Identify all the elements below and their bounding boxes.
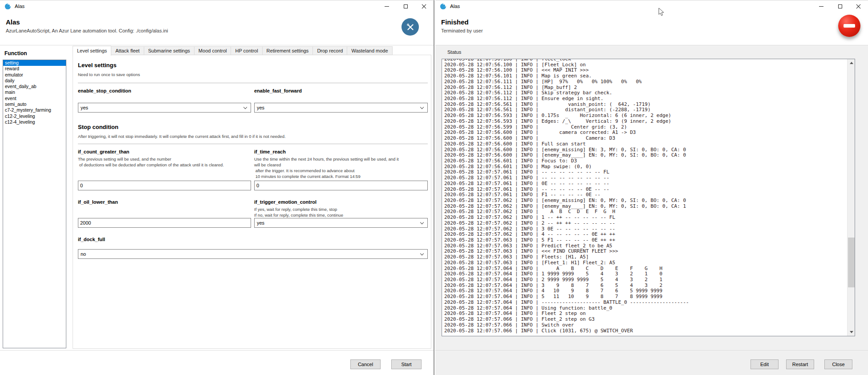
window-title: Alas — [450, 4, 460, 9]
minimize-icon — [385, 6, 389, 7]
status-label: Status — [447, 49, 461, 55]
scrollbar-thumb[interactable] — [848, 238, 855, 287]
function-list-item[interactable]: event — [3, 96, 66, 101]
if-dock-full-label: if_dock_full — [78, 237, 251, 242]
close-icon — [856, 4, 861, 9]
if-count-greater-than-input[interactable] — [78, 181, 251, 190]
maximize-button[interactable] — [831, 0, 849, 12]
if-count-greater-than-label: if_count_greater_than — [78, 149, 251, 154]
alas-config-window: Alas Alas AzurLaneAutoScript, An Azur La… — [0, 0, 434, 375]
log-line: 2020-05-28 12:07:56.101 | INFO | Map is … — [444, 73, 847, 79]
footer-divider — [435, 350, 868, 351]
if-oil-lower-than-input[interactable] — [78, 218, 251, 228]
log-line: 2020-05-28 12:07:57.061 | INFO | 0E -- -… — [444, 181, 847, 187]
status-body: Status 2020-05-28 12:07:56.100 | INFO | … — [435, 45, 868, 375]
function-list-item[interactable]: emulator — [3, 72, 66, 78]
minimize-icon — [819, 6, 823, 7]
status-header-title: Finished — [441, 18, 469, 26]
enable-stop-condition-select[interactable]: yes — [78, 103, 251, 113]
log-line: 2020-05-28 12:07:56.600 | INFO | Full sc… — [444, 141, 847, 147]
settings-tab[interactable]: Drop record — [313, 46, 347, 55]
if-trigger-emotion-control-desc: If yes, wait for reply, complete this ti… — [254, 206, 428, 218]
log-scrollbar[interactable] — [847, 59, 855, 336]
minimize-button[interactable] — [812, 0, 831, 12]
status-header-subtitle: Terminated by user — [441, 28, 483, 33]
log-line: 2020-05-28 12:07:57.062 | INFO | 2 -- ++… — [444, 221, 847, 226]
function-list-item[interactable]: event_daily_ab — [3, 84, 66, 89]
if-trigger-emotion-control-select[interactable]: yes — [254, 218, 428, 228]
log-console[interactable]: 2020-05-28 12:07:56.100 | INFO | fleet_l… — [442, 59, 855, 336]
app-icon — [4, 3, 11, 10]
cancel-button[interactable]: Cancel — [350, 359, 381, 369]
edit-button[interactable]: Edit — [750, 359, 779, 369]
level-settings-panel: Level settings Need to run once to save … — [73, 55, 431, 349]
function-list[interactable]: settingrewardemulatordailyevent_daily_ab… — [3, 60, 66, 348]
log-line: 2020-05-28 12:07:57.063 | INFO | Fleets:… — [444, 254, 847, 260]
function-list-item[interactable]: semi_auto — [3, 101, 66, 107]
header-divider — [0, 45, 434, 45]
if-dock-full-select[interactable]: no — [78, 249, 428, 259]
start-button[interactable]: Start — [391, 359, 422, 369]
titlebar: Alas — [0, 0, 434, 12]
select-value: yes — [81, 105, 88, 110]
settings-tab[interactable]: Attack fleet — [111, 46, 144, 55]
settings-tab[interactable]: Wasteland mode — [347, 46, 392, 55]
log-line: 2020-05-28 12:07:57.066 | INFO | Switch … — [444, 323, 847, 328]
select-value: yes — [257, 220, 264, 226]
if-oil-lower-than-label: if_oil_lower_than — [78, 199, 251, 205]
function-list-item[interactable]: c7-2_mystery_farming — [3, 107, 66, 113]
enable-stop-condition-label: enable_stop_condition — [78, 88, 251, 93]
maintenance-badge — [402, 18, 419, 36]
stopped-badge — [838, 15, 860, 37]
log-line: 2020-05-28 12:07:57.062 | INFO | [enemy_… — [444, 198, 847, 204]
chevron-down-icon — [420, 221, 424, 224]
log-line: 2020-05-28 12:07:57.064 | INFO | 2 9999 … — [444, 277, 847, 283]
log-line: 2020-05-28 12:07:57.063 | INFO | 5 F1 --… — [444, 238, 847, 243]
triangle-up-icon — [850, 62, 853, 64]
function-list-item[interactable]: setting — [3, 60, 66, 66]
maximize-button[interactable] — [396, 0, 415, 12]
restart-button[interactable]: Restart — [786, 359, 814, 369]
enable-fast-forward-label: enable_fast_forward — [254, 88, 428, 93]
if-count-greater-than-desc: The previous setting will be used, and t… — [78, 156, 251, 168]
triangle-down-icon — [850, 331, 853, 333]
log-line: 2020-05-28 12:07:56.111 | INFO | [HP] 97… — [444, 79, 847, 85]
section-desc: Need to run once to save options — [78, 72, 140, 77]
log-line: 2020-05-28 12:07:56.593 | INFO | 0.175s … — [444, 113, 847, 119]
maximize-icon — [404, 4, 408, 8]
enable-fast-forward-select[interactable]: yes — [254, 103, 428, 113]
scroll-up-button[interactable] — [848, 59, 855, 67]
close-icon — [422, 4, 427, 9]
if-time-reach-label: if_time_reach — [254, 149, 428, 154]
wrench-screwdriver-icon — [406, 22, 415, 32]
settings-tab[interactable]: Mood control — [195, 46, 231, 55]
scroll-down-button[interactable] — [848, 328, 855, 336]
log-line: 2020-05-28 12:07:56.601 | INFO | Focus t… — [444, 158, 847, 164]
function-list-item[interactable]: c12-2_leveling — [3, 113, 66, 119]
function-label: Function — [4, 50, 27, 56]
close-button-footer[interactable]: Close — [824, 359, 852, 369]
if-time-reach-desc: Use the time within the next 24 hours, t… — [254, 156, 428, 179]
log-line: 2020-05-28 12:07:56.112 | INFO | Ensure … — [444, 96, 847, 102]
mouse-cursor — [658, 8, 665, 18]
select-value: no — [81, 251, 86, 257]
settings-tab[interactable]: Level settings — [73, 46, 111, 56]
function-list-item[interactable]: c12-4_leveling — [3, 119, 66, 125]
section-title: Level settings — [78, 62, 117, 69]
section-desc: After triggering, it will not stop immed… — [78, 134, 286, 139]
settings-tab[interactable]: HP control — [231, 46, 262, 55]
log-line: 2020-05-28 12:07:57.066 | INFO | Click (… — [444, 328, 847, 334]
if-time-reach-input[interactable] — [254, 181, 428, 190]
app-icon — [440, 3, 446, 10]
function-list-item[interactable]: reward — [3, 66, 66, 72]
alas-status-window: Alas Finished Terminated by user Status … — [435, 0, 868, 375]
settings-tab[interactable]: Retirement settings — [263, 46, 313, 55]
divider — [78, 144, 428, 144]
settings-tab[interactable]: Submarine settings — [144, 46, 195, 55]
minimize-button[interactable] — [377, 0, 396, 12]
section-title: Stop condition — [78, 124, 118, 130]
close-button[interactable] — [849, 0, 868, 12]
function-list-item[interactable]: daily — [3, 78, 66, 84]
close-button[interactable] — [415, 0, 434, 12]
function-list-item[interactable]: main — [3, 89, 66, 95]
